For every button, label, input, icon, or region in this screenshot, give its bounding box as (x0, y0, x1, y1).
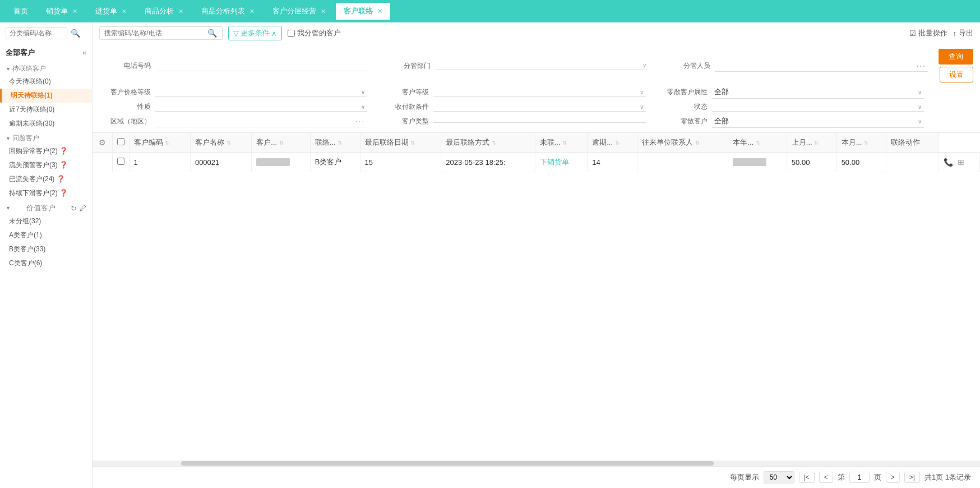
sidebar-item-repurchase-abnormal[interactable]: 回购异常客户(2) ❓ (0, 144, 92, 158)
region-select[interactable]: ··· (155, 116, 367, 127)
sort-icon: ⇅ (864, 140, 868, 146)
phone-input[interactable] (158, 62, 367, 70)
filter-row-3: 性质 ∨ 收付款条件 ∨ 状态 (99, 102, 973, 112)
sidebar-item-today-pending[interactable]: 今天待联络(0) (0, 75, 92, 89)
th-code: 客户编码 ⇅ (129, 133, 190, 153)
sort-icon: ⇅ (756, 140, 760, 146)
sort-icon: ⇅ (338, 140, 342, 146)
close-icon[interactable]: ✕ (321, 8, 326, 15)
customer-name-blurred (256, 158, 290, 166)
customer-grade-select[interactable]: ∨ (433, 88, 645, 97)
close-icon[interactable]: ✕ (178, 8, 183, 15)
nav-purchase-order[interactable]: 进货单 ✕ (87, 3, 135, 20)
td-this-month (886, 153, 939, 172)
th-type: 客户... ⇅ (252, 133, 310, 153)
td-gear (93, 153, 112, 172)
page-number-input[interactable] (849, 472, 870, 483)
nav-product-analysis-list[interactable]: 商品分析列表 ✕ (193, 3, 262, 20)
sidebar-item-b-customers[interactable]: B类客户(33) (0, 242, 92, 256)
customer-grade-field: 客户等级 ∨ (377, 88, 645, 97)
scrollbar-thumb[interactable] (181, 461, 714, 466)
next-page-button[interactable]: > (886, 472, 900, 483)
sidebar-item-a-customers[interactable]: A类客户(1) (0, 228, 92, 242)
nav-home[interactable]: 首页 (6, 3, 36, 20)
close-icon[interactable]: ✕ (72, 8, 77, 15)
sidebar-search-icon[interactable]: 🔍 (71, 29, 80, 38)
status-select[interactable]: ∨ (712, 103, 924, 112)
td-actions: 📞 ⊞ (939, 153, 980, 172)
more-icon: ··· (355, 117, 366, 126)
batch-operation-button[interactable]: ☑ 批量操作 (909, 28, 947, 38)
sidebar-item-ungrouped[interactable]: 未分组(32) (0, 214, 92, 228)
first-page-button[interactable]: |< (799, 472, 815, 483)
retail-attr-select[interactable]: 全部 ∨ (712, 86, 924, 99)
export-button[interactable]: ↑ 导出 (953, 28, 974, 38)
sidebar-item-churn-warning[interactable]: 流失预警客户(3) ❓ (0, 158, 92, 172)
td-code: 000021 (190, 153, 251, 172)
settings-button[interactable]: 设置 (940, 67, 973, 82)
all-customers-header[interactable]: 全部客户 « (0, 44, 92, 61)
th-action: 联络动作 (886, 133, 939, 153)
select-all-checkbox[interactable] (117, 138, 124, 145)
customer-type-field: 客户类型 (377, 117, 645, 126)
last-page-button[interactable]: >| (904, 472, 920, 483)
td-last-date: 2023-05-23 18:25: (441, 153, 535, 172)
nature-select[interactable]: ∨ (155, 103, 367, 112)
action-buttons: 查询 设置 (933, 49, 973, 82)
sidebar-item-7days-pending[interactable]: 近7天待联络(0) (0, 103, 92, 117)
price-grade-select[interactable]: ∨ (155, 88, 367, 97)
prev-page-button[interactable]: < (819, 472, 833, 483)
chevron-down-icon: ∨ (918, 118, 922, 125)
sidebar-search-input[interactable] (6, 27, 67, 39)
sidebar-item-overdue-contact[interactable]: 逾期未联络(30) (0, 117, 92, 131)
phone-input-wrap[interactable] (155, 61, 369, 71)
sort-icon: ⇅ (279, 140, 284, 146)
pagination-bar: 每页显示 50 100 200 |< < 第 页 > >| 共1页 1条记录 (93, 466, 980, 488)
nav-product-analysis[interactable]: 商品分析 ✕ (137, 3, 191, 20)
sidebar-item-churned[interactable]: 已流失客户(24) ❓ (0, 172, 92, 186)
gear-icon[interactable]: ⚙ (99, 138, 106, 147)
close-icon[interactable]: ✕ (249, 8, 255, 15)
table-row: 1 000021 B类客户 15 2023-05-23 18:25: 下销货单 … (93, 153, 980, 172)
person-select[interactable]: ··· (715, 60, 928, 72)
per-page-select[interactable]: 50 100 200 (764, 471, 794, 484)
main-search-icon[interactable]: 🔍 (207, 29, 217, 38)
more-filters-button[interactable]: ▽ 更多条件 ∧ (228, 26, 282, 40)
query-button[interactable]: 查询 (939, 49, 973, 65)
customer-grade-label: 客户等级 (377, 88, 433, 97)
chevron-down-icon: ∨ (918, 104, 922, 110)
retail-customer-label: 零散客户 (656, 117, 712, 126)
th-unlink-days: 未联... ⇅ (535, 133, 588, 153)
customer-type-select[interactable] (433, 120, 645, 123)
close-icon[interactable]: ✕ (377, 8, 382, 15)
payment-select[interactable]: ∨ (433, 103, 645, 112)
search-box[interactable]: 🔍 (99, 26, 223, 40)
chevron-down-icon: ∨ (361, 104, 365, 110)
sidebar-item-tomorrow-pending[interactable]: 明天待联络(1) (0, 89, 92, 103)
nav-customer-contact[interactable]: 客户联络 ✕ (336, 3, 390, 20)
dept-select[interactable]: ∨ (435, 61, 649, 70)
status-label: 状态 (656, 102, 712, 112)
my-customers-checkbox[interactable]: 我分管的客户 (288, 28, 341, 38)
filter-row-1: 电话号码 分管部门 ∨ 分管人员 ··· (99, 49, 973, 82)
payment-label: 收付款条件 (377, 102, 433, 112)
contact-icon[interactable]: 📞 (944, 158, 953, 167)
close-icon[interactable]: ✕ (122, 8, 127, 15)
nav-customer-stratified[interactable]: 客户分层经营 ✕ (265, 3, 334, 20)
row-checkbox[interactable] (117, 158, 124, 165)
collapse-icon[interactable]: « (82, 49, 86, 57)
pending-contact-group: 待联络客户 (0, 61, 92, 75)
sort-icon: ⇅ (165, 140, 169, 146)
sidebar-item-c-customers[interactable]: C类客户(6) (0, 256, 92, 270)
qr-icon[interactable]: ⊞ (958, 158, 964, 167)
check-icon: ☑ (909, 29, 916, 38)
retail-customer-select[interactable]: 全部 ∨ (712, 115, 924, 128)
horizontal-scrollbar[interactable] (93, 461, 980, 466)
my-customers-check-input[interactable] (288, 30, 295, 37)
sidebar-item-declining[interactable]: 持续下滑客户(2) ❓ (0, 186, 92, 200)
main-search-input[interactable] (104, 29, 205, 37)
person-field: 分管人员 ··· (659, 60, 928, 72)
contact-method-link[interactable]: 下销货单 (540, 158, 569, 166)
nav-sales-order[interactable]: 销货单 ✕ (38, 3, 85, 20)
td-last-month: 50.00 (836, 153, 886, 172)
